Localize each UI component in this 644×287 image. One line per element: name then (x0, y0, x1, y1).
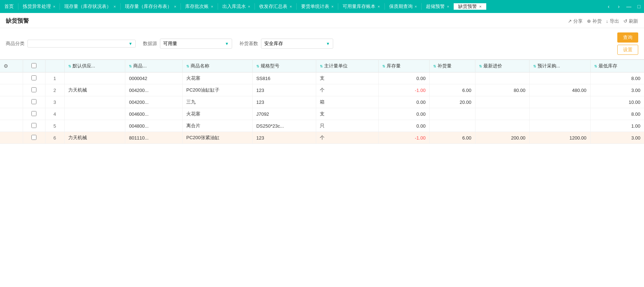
row-checkbox[interactable] (31, 99, 36, 104)
row-checkbox[interactable] (31, 135, 36, 140)
close-icon[interactable]: × (174, 4, 176, 9)
col-replenish[interactable]: ⇅补货量 (429, 60, 475, 72)
share-button[interactable]: ↗ 分享 (568, 18, 583, 25)
gear-icon[interactable]: ⚙ (4, 63, 8, 69)
cell-goodsCode: 004800... (125, 120, 183, 132)
cell-replenish: 6.00 (429, 84, 475, 96)
cell-unit: 支 (316, 72, 379, 84)
cell-defaultSupplier (64, 108, 125, 120)
cell-defaultSupplier (64, 72, 125, 84)
cell-stock: -1.00 (378, 132, 429, 144)
close-icon[interactable]: × (415, 4, 417, 9)
close-icon[interactable]: × (211, 4, 213, 9)
cell-goodsName: 离合片 (183, 120, 253, 132)
close-icon[interactable]: × (248, 4, 250, 9)
query-button[interactable]: 查询 (617, 32, 638, 43)
col-checkbox[interactable] (23, 60, 45, 72)
tab-item-11[interactable]: 缺货预警× (454, 3, 486, 10)
col-defaultSupplier[interactable]: ⇅默认供应... (64, 60, 125, 72)
col-rownum (45, 60, 64, 72)
sort-icon: ⇅ (594, 64, 597, 68)
col-estimatedPurchase[interactable]: ⇅预计采购... (529, 60, 590, 72)
tab-item-10[interactable]: 超储预警× (422, 3, 454, 10)
col-stock[interactable]: ⇅库存量 (378, 60, 429, 72)
tab-item-4[interactable]: 库存批次账× (181, 3, 218, 10)
export-button[interactable]: ↓ 导出 (606, 18, 619, 25)
row-checkbox[interactable] (31, 87, 36, 92)
row-checkbox-cell[interactable] (23, 132, 45, 144)
tab-item-3[interactable]: 现存量（库存分布表）× (121, 3, 181, 10)
cell-latestPrice: 200.00 (475, 132, 529, 144)
cell-estimatedPurchase (529, 120, 590, 132)
tab-item-8[interactable]: 可用量库存账本× (338, 3, 384, 10)
row-checkbox-cell[interactable] (23, 120, 45, 132)
tab-item-1[interactable]: 拣货异常处理× (18, 3, 60, 10)
tab-next-btn[interactable]: › (614, 0, 624, 13)
sort-icon: ⇅ (129, 64, 132, 68)
close-icon[interactable]: × (290, 4, 292, 9)
row-checkbox[interactable] (31, 75, 36, 80)
cell-minStock: 1.00 (590, 120, 644, 132)
data-source-label: 数据源 (143, 40, 157, 47)
close-icon[interactable]: × (378, 4, 380, 9)
col-minStock[interactable]: ⇅最低库存 (590, 60, 644, 72)
table-row: 4004600...火花塞J7092支0.008.00 (0, 108, 644, 120)
settings-button[interactable]: 设置 (617, 45, 638, 55)
row-settings (0, 96, 23, 108)
cell-unit: 个 (316, 132, 379, 144)
tab-maximize-btn[interactable]: □ (634, 0, 644, 13)
close-icon[interactable]: × (447, 4, 449, 9)
cell-spec: 123 (252, 84, 316, 96)
tab-item-0[interactable]: 首页 (0, 3, 18, 10)
col-spec[interactable]: ⇅规格型号 (252, 60, 316, 72)
cell-goodsName: 火花塞 (183, 108, 253, 120)
replenish-basis-select[interactable]: 安全库存 ▼ (261, 39, 333, 49)
tab-item-2[interactable]: 现存量（库存状况表）× (60, 3, 120, 10)
cell-goodsCode: 004600... (125, 108, 183, 120)
close-icon[interactable]: × (479, 4, 481, 9)
row-checkbox-cell[interactable] (23, 72, 45, 84)
goods-category-label: 商品分类 (6, 40, 25, 47)
row-checkbox-cell[interactable] (23, 84, 45, 96)
cell-unit: 支 (316, 108, 379, 120)
col-settings[interactable]: ⚙ (0, 60, 23, 72)
tab-item-9[interactable]: 保质期查询× (385, 3, 422, 10)
row-checkbox-cell[interactable] (23, 108, 45, 120)
replenish-basis-value: 安全库存 (264, 40, 283, 47)
select-all-checkbox[interactable] (31, 63, 36, 68)
replenish-basis-label: 补货基数 (239, 40, 258, 47)
data-source-select[interactable]: 可用量 ▼ (160, 39, 232, 49)
cell-spec: SS816 (252, 72, 316, 84)
goods-category-select[interactable]: ▼ (27, 40, 136, 48)
col-unit[interactable]: ⇅主计量单位 (316, 60, 379, 72)
cell-goodsCode: 004200... (125, 96, 183, 108)
row-number: 2 (45, 84, 64, 96)
row-number: 6 (45, 132, 64, 144)
cell-latestPrice (475, 72, 529, 84)
close-icon[interactable]: × (113, 4, 116, 9)
col-latestPrice[interactable]: ⇅最新进价 (475, 60, 529, 72)
replenish-button[interactable]: ⊕ 补货 (587, 18, 602, 25)
close-icon[interactable]: × (53, 4, 55, 9)
cell-replenish (429, 120, 475, 132)
tab-item-5[interactable]: 出入库流水× (218, 3, 255, 10)
row-settings (0, 108, 23, 120)
row-checkbox[interactable] (31, 123, 36, 128)
tab-item-7[interactable]: 要货单统计表× (297, 3, 338, 10)
row-checkbox[interactable] (31, 111, 36, 116)
tab-minimize-btn[interactable]: — (624, 0, 634, 13)
row-checkbox-cell[interactable] (23, 96, 45, 108)
cell-stock: 0.00 (378, 108, 429, 120)
refresh-button[interactable]: ↺ 刷新 (623, 18, 638, 25)
tab-prev-btn[interactable]: ‹ (604, 0, 614, 13)
chevron-down-icon2: ▼ (225, 41, 229, 46)
tab-item-6[interactable]: 收发存汇总表× (255, 3, 296, 10)
row-number: 5 (45, 120, 64, 132)
col-goodsName[interactable]: ⇅商品名称 (183, 60, 253, 72)
cell-spec: 123 (252, 96, 316, 108)
cell-defaultSupplier (64, 120, 125, 132)
row-settings (0, 120, 23, 132)
close-icon[interactable]: × (331, 4, 334, 9)
col-goodsCode[interactable]: ⇅商品... (125, 60, 183, 72)
tab-bar: 首页拣货异常处理×现存量（库存状况表）×现存量（库存分布表）×库存批次账×出入库… (0, 0, 644, 13)
